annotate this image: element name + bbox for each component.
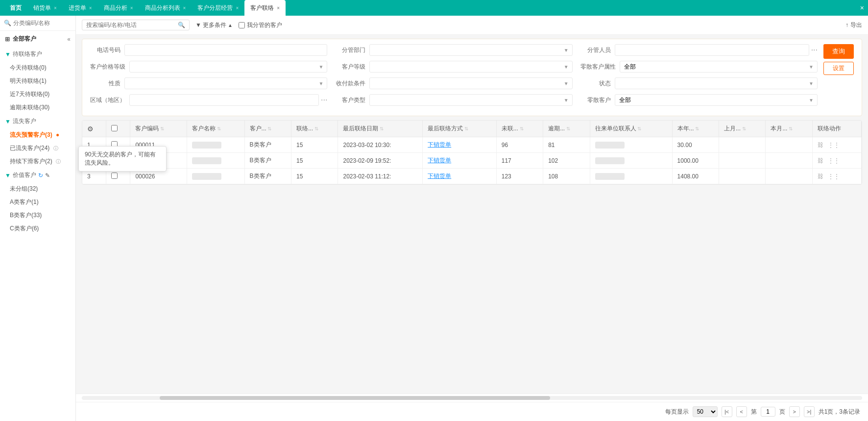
settings-gear-icon[interactable]: ⚙: [87, 125, 94, 133]
sidebar-group-pending[interactable]: ▼ 待联络客户: [0, 47, 75, 61]
sidebar-group-churn[interactable]: ▼ 流失客户: [0, 114, 75, 128]
sidebar-item-class-b[interactable]: B类客户(33): [0, 209, 75, 222]
col-this-month-header[interactable]: 本月...: [766, 121, 812, 137]
per-page-select[interactable]: 50 100: [693, 406, 718, 417]
action-grid-icon-1[interactable]: ⋮⋮: [828, 157, 840, 164]
export-button[interactable]: ↑ 导出: [845, 21, 862, 29]
nav-tab-analysis[interactable]: 商品分析 ×: [98, 0, 139, 16]
nav-tab-customer-connect[interactable]: 客户联络 ×: [244, 0, 286, 16]
sidebar-group-value[interactable]: ▼ 价值客户 ↻ ✎: [0, 168, 75, 182]
reload-icon[interactable]: ↻: [38, 172, 43, 179]
sidebar-item-ungrouped[interactable]: 未分组(32): [0, 182, 75, 196]
filter-manager-input[interactable]: [615, 44, 809, 56]
filter-status-select[interactable]: [615, 77, 818, 89]
nav-tab-purchase[interactable]: 进货单 ×: [63, 0, 98, 16]
col-name-header[interactable]: 客户名称: [187, 121, 244, 137]
search-button-icon[interactable]: 🔍: [178, 22, 185, 28]
action-grid-icon-0[interactable]: ⋮⋮: [828, 142, 840, 149]
sidebar-collapse-icon[interactable]: «: [67, 36, 71, 43]
scrollbar-thumb[interactable]: [160, 396, 550, 400]
col-type-header[interactable]: 客户...: [244, 121, 291, 137]
filter-price-level-select[interactable]: [129, 61, 327, 73]
col-contact-header[interactable]: 联络...: [291, 121, 338, 137]
action-link-icon-0[interactable]: ⛓: [818, 142, 823, 149]
cell-actions-0[interactable]: ⛓ ⋮⋮: [812, 137, 861, 153]
next-page-button[interactable]: >: [789, 406, 800, 417]
action-link-icon-2[interactable]: ⛓: [818, 173, 823, 180]
action-grid-icon-2[interactable]: ⋮⋮: [828, 173, 840, 180]
sidebar-all-customers[interactable]: ⊞ 全部客户 «: [0, 31, 75, 47]
more-conditions-button[interactable]: ▼ 更多条件 ▲: [195, 21, 233, 29]
col-code-header[interactable]: 客户编码: [130, 121, 187, 137]
filter-manager-more-icon[interactable]: ···: [811, 46, 818, 54]
cell-overdue-0: 81: [543, 137, 590, 153]
close-sales-icon[interactable]: ×: [54, 5, 57, 11]
filter-retail-customer-select[interactable]: 全部: [615, 94, 818, 106]
filter-customer-type-field: 客户类型 ▼: [335, 94, 572, 106]
first-page-button[interactable]: |<: [722, 406, 732, 417]
col-overdue-header[interactable]: 逾期...: [543, 121, 590, 137]
query-button[interactable]: 查询: [823, 44, 854, 59]
prev-page-button[interactable]: <: [736, 406, 747, 417]
nav-tab-home[interactable]: 首页: [4, 0, 27, 16]
col-uncontacted-header[interactable]: 未联...: [496, 121, 543, 137]
my-customers-checkbox-wrap: 我分管的客户: [239, 21, 282, 29]
contact-method-link-0[interactable]: 下销货单: [428, 141, 451, 148]
col-last-contact-date-header[interactable]: 最后联络日期: [338, 121, 423, 137]
select-all-checkbox[interactable]: [111, 125, 118, 131]
sidebar-item-overdue-pending[interactable]: 逾期未联络(30): [0, 101, 75, 114]
sidebar-item-class-c[interactable]: C类客户(6): [0, 222, 75, 235]
churn-arrow-icon: ▼: [5, 118, 11, 125]
sidebar-item-already-churned[interactable]: 已流失客户(24) ⓘ: [0, 142, 75, 155]
sidebar-item-today-pending[interactable]: 今天待联络(0): [0, 61, 75, 74]
close-connect-icon[interactable]: ×: [277, 5, 280, 11]
sidebar-item-7days-pending[interactable]: 近7天待联络(0): [0, 88, 75, 101]
edit-icon[interactable]: ✎: [45, 172, 50, 179]
col-checkbox-header[interactable]: [106, 121, 130, 137]
current-page-input[interactable]: [761, 407, 775, 417]
last-page-button[interactable]: >|: [804, 406, 815, 417]
action-link-icon-1[interactable]: ⛓: [818, 157, 823, 164]
filter-nature-select[interactable]: [124, 77, 327, 89]
col-last-contact-method-header[interactable]: 最后联络方式: [423, 121, 497, 137]
filter-dept-select[interactable]: [369, 44, 572, 56]
sidebar-search-input[interactable]: [13, 20, 72, 26]
horizontal-scrollbar[interactable]: [82, 396, 862, 400]
contact-method-link-2[interactable]: 下销货单: [428, 173, 451, 179]
cell-last-contact-method-0[interactable]: 下销货单: [423, 137, 497, 153]
cell-last-contact-method-1[interactable]: 下销货单: [423, 153, 497, 169]
nav-tab-analysis-list[interactable]: 商品分析列表 ×: [139, 0, 192, 16]
nav-tab-customer-segment[interactable]: 客户分层经营 ×: [192, 0, 244, 16]
cell-actions-1[interactable]: ⛓ ⋮⋮: [812, 153, 861, 169]
filter-retail-attr-select[interactable]: 全部: [620, 61, 818, 73]
filter-region-more-icon[interactable]: ···: [321, 96, 327, 104]
window-close-button[interactable]: ×: [860, 4, 864, 12]
sidebar-item-tomorrow-pending[interactable]: 明天待联络(1): [0, 74, 75, 88]
close-segment-icon[interactable]: ×: [236, 5, 239, 11]
cell-actions-2[interactable]: ⛓ ⋮⋮: [812, 169, 861, 184]
col-last-month-header[interactable]: 上月...: [719, 121, 765, 137]
search-input[interactable]: [86, 22, 178, 28]
filter-customer-type-select[interactable]: [369, 94, 572, 106]
col-this-year-header[interactable]: 本年...: [672, 121, 719, 137]
nav-tab-sales[interactable]: 销货单 ×: [27, 0, 63, 16]
close-analysis-icon[interactable]: ×: [130, 5, 133, 11]
close-analysis-list-icon[interactable]: ×: [183, 5, 186, 11]
filter-payment-select[interactable]: [369, 77, 572, 89]
sidebar-item-declining[interactable]: 持续下滑客户(2) ⓘ: [0, 155, 75, 168]
col-contact-person-header[interactable]: 往来单位联系人: [590, 121, 672, 137]
filter-region-input[interactable]: [129, 94, 319, 106]
filter-phone-input[interactable]: [124, 44, 327, 56]
sidebar-item-churn-warning[interactable]: 流失预警客户(3) ●: [0, 128, 75, 142]
cell-last-contact-method-2[interactable]: 下销货单: [423, 169, 497, 184]
filter-customer-level-select[interactable]: [369, 61, 572, 73]
close-purchase-icon[interactable]: ×: [89, 5, 92, 11]
filter-status-field: 状态 ▼: [580, 77, 818, 89]
settings-button[interactable]: 设置: [823, 62, 854, 75]
col-settings[interactable]: ⚙: [82, 121, 106, 137]
row-checkbox-2[interactable]: [111, 173, 118, 179]
my-customers-checkbox[interactable]: [239, 22, 245, 28]
contact-method-link-1[interactable]: 下销货单: [428, 157, 451, 164]
sidebar-item-class-a[interactable]: A类客户(1): [0, 196, 75, 209]
filter-price-level-wrap: ▼: [129, 61, 327, 73]
